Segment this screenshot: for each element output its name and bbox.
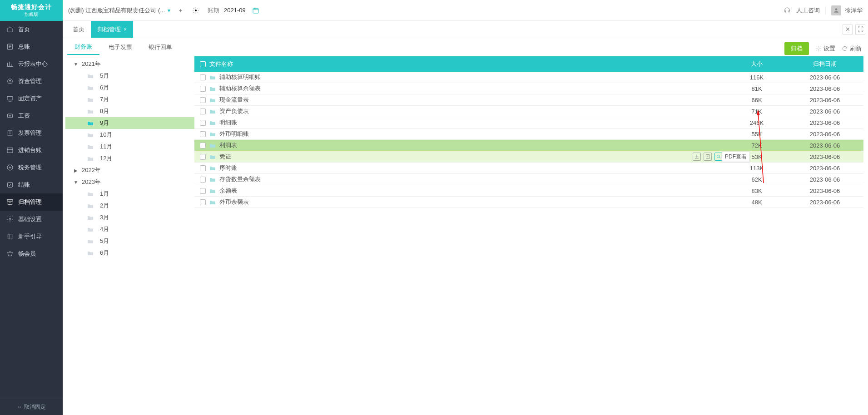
svg-rect-6 (7, 148, 13, 153)
row-checkbox[interactable] (200, 109, 206, 114)
table-row[interactable]: 凭证 PDF查看 53K 2023-06-06 (194, 151, 863, 163)
archive-button[interactable]: 归档 (784, 42, 809, 55)
tree-month[interactable]: 12月 (65, 153, 194, 164)
main: (勿删) 江西服宝精品有限责任公司 (... ▾ ＋ 账期 2021-09 人工… (63, 0, 868, 415)
file-size: 246K (727, 119, 786, 126)
refresh-button[interactable]: 刷新 (842, 44, 862, 53)
tree-year[interactable]: ▶2022年 (65, 164, 194, 176)
row-checkbox[interactable] (200, 188, 206, 194)
svg-point-13 (195, 10, 197, 11)
nav-item-0[interactable]: 首页 (0, 21, 63, 38)
close-icon[interactable]: × (124, 26, 127, 33)
calendar-icon[interactable] (250, 5, 261, 16)
nav-item-11[interactable]: 基础设置 (0, 211, 63, 228)
nav-item-8[interactable]: 税务管理 (0, 159, 63, 176)
table-row[interactable]: 辅助核算明细账 116K 2023-06-06 (194, 72, 863, 83)
nav-item-4[interactable]: 固定资产 (0, 90, 63, 107)
fullscreen-button[interactable]: ⛶ (855, 25, 865, 35)
row-checkbox[interactable] (200, 143, 206, 148)
inout-icon (6, 147, 14, 154)
nav-item-13[interactable]: 畅会员 (0, 245, 63, 262)
close-tab-button[interactable]: ✕ (843, 25, 853, 35)
support-label[interactable]: 人工咨询 (796, 6, 820, 15)
tree-month[interactable]: 8月 (65, 105, 194, 117)
row-actions (693, 153, 723, 161)
ledger-icon (6, 43, 14, 50)
table-row[interactable]: 利润表 72K 2023-06-06 (194, 140, 863, 151)
subtab-0[interactable]: 财务账 (67, 40, 99, 55)
company-selector[interactable]: (勿删) 江西服宝精品有限责任公司 (... ▾ (68, 6, 170, 15)
file-icon (209, 165, 216, 171)
period-value[interactable]: 2021-09 (224, 7, 246, 14)
gear-icon[interactable] (190, 5, 201, 16)
toolbar: 归档 设置 刷新 (194, 41, 863, 56)
row-checkbox[interactable] (200, 74, 206, 80)
file-name: 外币明细账 (219, 130, 249, 138)
file-date: 2023-06-06 (786, 142, 863, 149)
username[interactable]: 徐泽华 (845, 6, 863, 15)
nav-label: 结账 (18, 181, 30, 189)
add-button[interactable]: ＋ (175, 5, 186, 16)
folder-icon (87, 97, 94, 102)
tree-year[interactable]: ▼2023年 (65, 176, 194, 188)
settings-button[interactable]: 设置 (815, 44, 835, 53)
table-row[interactable]: 辅助核算余额表 81K 2023-06-06 (194, 83, 863, 94)
table-row[interactable]: 序时账 113K 2023-06-06 (194, 163, 863, 174)
file-name: 外币余额表 (219, 198, 249, 206)
tree-month[interactable]: 2月 (65, 200, 194, 212)
company-name: (勿删) 江西服宝精品有限责任公司 (... (68, 6, 165, 15)
file-grid: 文件名称 大小 归档日期 辅助核算明细账 116K 2023-06-06 辅助核… (194, 56, 863, 410)
asset-icon (6, 95, 14, 102)
avatar[interactable] (831, 5, 841, 15)
tree-month[interactable]: 9月 (65, 117, 194, 129)
tree-month[interactable]: 5月 (65, 70, 194, 82)
nav-item-3[interactable]: 资金管理 (0, 73, 63, 90)
row-checkbox[interactable] (200, 86, 206, 92)
download-xls-icon[interactable] (693, 153, 701, 161)
folder-icon (87, 250, 94, 256)
tree: ▼2021年5月6月7月8月9月10月11月12月▶2022年▼2023年1月2… (63, 56, 194, 410)
table-row[interactable]: 现金流量表 66K 2023-06-06 (194, 94, 863, 106)
page-tab-1[interactable]: 归档管理× (91, 21, 133, 38)
download-pdf-icon[interactable] (704, 153, 712, 161)
tree-month[interactable]: 7月 (65, 94, 194, 105)
file-date: 2023-06-06 (786, 85, 863, 92)
row-checkbox[interactable] (200, 165, 206, 171)
table-row[interactable]: 资产负债表 71K 2023-06-06 (194, 106, 863, 117)
row-checkbox[interactable] (200, 154, 206, 160)
nav-item-10[interactable]: 归档管理 (0, 193, 63, 211)
tree-month[interactable]: 6月 (65, 247, 194, 259)
row-checkbox[interactable] (200, 199, 206, 205)
nav-item-2[interactable]: 云报表中心 (0, 55, 63, 73)
row-checkbox[interactable] (200, 177, 206, 183)
row-checkbox[interactable] (200, 131, 206, 137)
table-row[interactable]: 余额表 83K 2023-06-06 (194, 185, 863, 197)
nav-item-1[interactable]: 总账 (0, 38, 63, 55)
tree-month[interactable]: 5月 (65, 235, 194, 247)
row-checkbox[interactable] (200, 97, 206, 103)
tree-month[interactable]: 10月 (65, 129, 194, 141)
sidebar-pin-toggle[interactable]: ↔ 取消固定 (0, 399, 63, 415)
table-row[interactable]: 外币明细账 55K 2023-06-06 (194, 128, 863, 140)
tree-month[interactable]: 1月 (65, 188, 194, 200)
table-row[interactable]: 明细账 246K 2023-06-06 (194, 117, 863, 128)
nav-item-12[interactable]: 新手引导 (0, 228, 63, 245)
select-all-checkbox[interactable] (200, 61, 206, 67)
nav-item-6[interactable]: 发票管理 (0, 124, 63, 142)
nav-item-5[interactable]: 工资 (0, 107, 63, 124)
tree-month[interactable]: 11月 (65, 141, 194, 153)
support-icon[interactable] (782, 5, 793, 16)
page-tab-0[interactable]: 首页 (66, 21, 91, 38)
row-checkbox[interactable] (200, 120, 206, 126)
table-row[interactable]: 存货数量余额表 62K 2023-06-06 (194, 174, 863, 185)
tree-month[interactable]: 3月 (65, 212, 194, 223)
table-row[interactable]: 外币余额表 48K 2023-06-06 (194, 197, 863, 208)
subtab-2[interactable]: 银行回单 (141, 40, 179, 55)
tree-month[interactable]: 6月 (65, 82, 194, 94)
nav-item-9[interactable]: 结账 (0, 176, 63, 193)
tree-year[interactable]: ▼2021年 (65, 58, 194, 70)
tree-month[interactable]: 4月 (65, 223, 194, 235)
subtab-1[interactable]: 电子发票 (101, 40, 139, 55)
nav-item-7[interactable]: 进销台账 (0, 142, 63, 159)
col-date: 归档日期 (786, 60, 863, 68)
